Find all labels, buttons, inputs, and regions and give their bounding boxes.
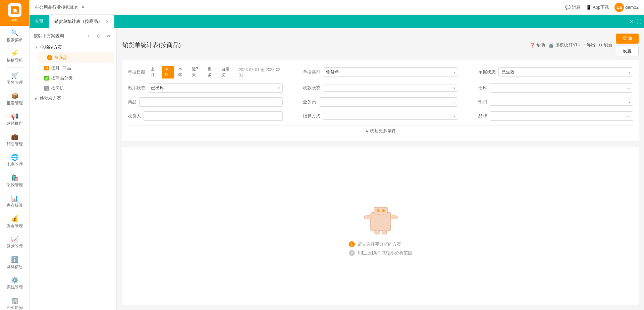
sidebar-item-system[interactable]: ⚙️ 系统管理 [0,273,29,294]
doc-status-select[interactable]: 已生效 ▾ [498,67,633,77]
mobile-scheme-group[interactable]: ▶ 移动端方案 [30,93,116,103]
scheme-item-by-goods[interactable]: ● 按商品 [38,52,114,63]
date-tab-custom[interactable]: 自定义 [219,66,235,79]
scheme-sub-item-category[interactable]: 品 按商品分类 [38,73,114,83]
sidebar-item-enterprise[interactable]: 🏢 企业协同 [0,294,29,310]
sidebar-item-inventory[interactable]: 📊 库存核算 [0,191,29,212]
collection-control: ▾ [323,85,458,92]
sidebar-item-operations[interactable]: 📈 经营管理 [0,232,29,253]
empty-hints: 1 请先选择要分析的方案 2 用[过滤]条件来缩小分析范围 [349,241,412,256]
sidebar-item-label: 营销推广 [7,121,23,126]
settlement-select[interactable]: ▾ [323,113,458,120]
sidebar-item-marketing[interactable]: 📢 营销推广 [0,109,29,130]
settlement-chevron-icon: ▾ [453,114,455,118]
sidebar-item-sales[interactable]: 💼 销售管理 [0,130,29,150]
sidebar-item-label: 电商管理 [7,162,23,167]
operations-icon: 📈 [11,236,18,243]
sidebar-item-purchase[interactable]: 🛍️ 采购管理 [0,171,29,191]
svg-rect-7 [390,216,397,219]
page-title-row: 销货单统计表(按商品) ❓ 帮助 🖨️ 按模板打印 ▾ ↑ 导出 [122,34,639,56]
collection-select[interactable]: ▾ [323,85,458,92]
sidebar-item-quick-nav[interactable]: ⚡ 快捷导航 [0,46,29,67]
user-area[interactable]: Ea demo2 [614,3,639,12]
topbar-left: 办公用品行业模拟账套 ▾ [35,4,84,10]
tab-home[interactable]: 首页 [30,15,49,28]
date-tab-this-year[interactable]: 本年 [175,66,188,79]
tab-fullscreen-icon[interactable]: ⛶ [637,19,641,24]
goods-input[interactable]: ··· [139,97,283,107]
brand-label: 品牌 [478,113,487,119]
doc-type-select[interactable]: 销货单 ▾ [323,67,458,77]
dept-select[interactable]: ▾ [490,99,633,106]
sidebar-item-label: 企业协同 [7,305,23,310]
filter-settlement: 结算方式 ▾ [303,113,458,120]
print-btn[interactable]: 🖨️ 按模板打印 ▾ [548,42,580,48]
scheme-sub-item-month-goods[interactable]: 月 按月+商品 [38,63,114,73]
pc-scheme-group-header[interactable]: ▼ 电脑端方案 [32,42,114,52]
warehouse2-control: ··· [490,83,633,93]
salesman-input[interactable]: ··· [319,97,458,107]
warehouse2-input[interactable]: ··· [490,83,633,93]
edit-scheme-btn[interactable]: ⊙ [95,32,102,40]
collapse-chevron-icon: ∧ [365,128,369,134]
tab-close-window-icon[interactable]: ✕ [630,18,634,25]
sidebar-item-wholesale[interactable]: 📦 批发管理 [0,89,29,109]
ecom-icon: 🌐 [11,154,18,161]
collapse-more-btn[interactable]: ∧ 收起更多条件 [128,125,633,136]
sidebar-item-finance[interactable]: 💰 资金管理 [0,212,29,232]
query-button[interactable]: 查询 [616,34,639,44]
warehouse-status-control: 已出库 ▾ [148,83,283,93]
date-tab-this-month[interactable]: 本月 [162,66,174,79]
filter-salesman: 业务员 ··· [303,97,458,107]
empty-state: 1 请先选择要分析的方案 2 用[过滤]条件来缩小分析范围 [122,147,639,305]
topbar-dropdown-icon[interactable]: ▾ [82,5,84,10]
content-area: 按以下方案查询 ＋ ⊙ ≪ ▼ 电脑端方案 ● 按商品 [30,28,644,310]
tab-sales-stat[interactable]: 销货单统计表（按商品） ✕ [49,15,114,28]
tab-close-icon[interactable]: ✕ [106,19,109,24]
date-tab-more[interactable]: 更多 [205,66,217,79]
brand-control: ··· [490,111,633,121]
goods-control: ··· [139,97,283,107]
settings-button[interactable]: 设置 [616,46,639,56]
export-btn[interactable]: ↑ 导出 [583,42,596,48]
salesman-label: 业务员 [303,99,316,105]
enterprise-icon: 🏢 [11,297,18,304]
help-btn[interactable]: ❓ 帮助 [530,42,545,48]
doc-type-value: 销货单 [326,69,339,75]
add-scheme-btn[interactable]: ＋ [85,32,92,40]
sidebar-item-label: 搜索菜单 [7,37,23,43]
collapse-panel-btn[interactable]: ≪ [105,32,112,40]
sidebar-item-retail[interactable]: 🛒 零售管理 [0,68,29,89]
logo-area[interactable]: 畅 标账 [0,0,29,26]
sidebar-item-basics[interactable]: ℹ️ 基础信息 [0,253,29,273]
date-label: 单据日期 [128,69,145,75]
purchase-icon: 🛍️ [11,174,18,182]
sidebar-item-search[interactable]: 🔍 搜索菜单 [0,26,29,46]
date-tab-last-month[interactable]: 上月 [148,66,160,79]
brand-input[interactable]: ··· [490,111,633,121]
filter-area: 单据日期 上月 本月 本年 近7天 更多 自定义 2023-03-01 至 20… [122,60,639,141]
refresh-btn[interactable]: ↺ 刷新 [599,42,612,48]
sidebar-item-label: 销售管理 [7,141,23,147]
message-btn[interactable]: 💬 消息 [565,4,581,10]
scheme-sub-item-depot[interactable]: 司 按司机 [38,83,114,93]
date-tabs: 上月 本月 本年 近7天 更多 自定义 [148,66,235,79]
empty-hint-2: 2 用[过滤]条件来缩小分析范围 [349,250,412,256]
pc-scheme-label: 电脑端方案 [40,44,62,50]
receiver-input[interactable]: ··· [144,111,283,121]
doc-status-control: 已生效 ▾ [498,67,633,77]
date-control: 上月 本月 本年 近7天 更多 自定义 2023-03-01 至 2023-03… [148,66,283,79]
filter-date: 单据日期 上月 本月 本年 近7天 更多 自定义 2023-03-01 至 20… [128,66,283,79]
svg-rect-6 [364,216,371,219]
app-download-btn[interactable]: 📱 App下载 [586,4,609,10]
settlement-control: ▾ [323,113,458,120]
export-icon: ↑ [583,43,586,48]
date-tab-7days[interactable]: 近7天 [189,66,204,79]
dept-control: ▾ [490,99,633,106]
sidebar-item-ecom[interactable]: 🌐 电商管理 [0,150,29,171]
tabbar: 首页 销货单统计表（按商品） ✕ ✕ ⛶ [30,15,644,28]
quick-nav-icon: ⚡ [11,50,18,57]
logo-text: 标账 [11,17,18,22]
dept-label: 部门 [478,99,487,105]
warehouse-status-select[interactable]: 已出库 ▾ [148,83,283,93]
